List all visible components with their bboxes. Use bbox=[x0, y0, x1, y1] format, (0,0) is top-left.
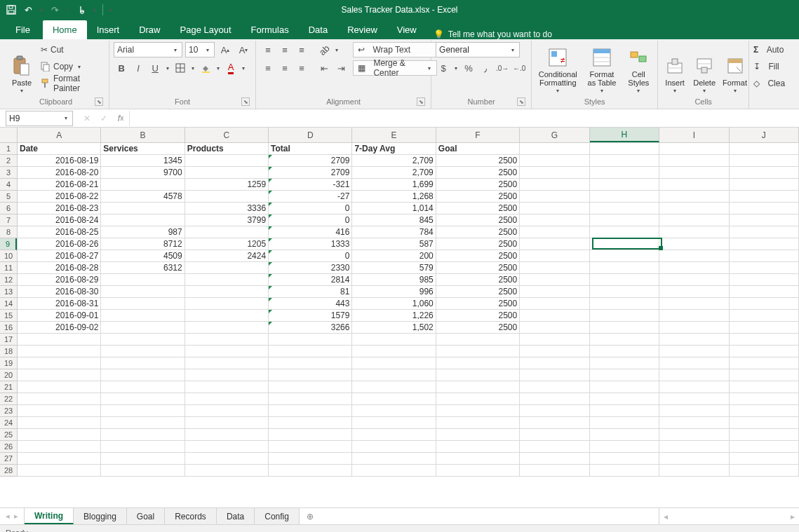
cell-C16[interactable] bbox=[185, 322, 269, 334]
cell-I25[interactable] bbox=[659, 429, 729, 441]
insert-cells-button[interactable]: Insert▾ bbox=[662, 42, 687, 96]
cell-D13[interactable]: 81 bbox=[269, 286, 352, 298]
cell-C14[interactable] bbox=[185, 298, 269, 310]
cell-G3[interactable] bbox=[520, 167, 589, 179]
cell-I6[interactable] bbox=[659, 203, 729, 214]
cell-E19[interactable] bbox=[352, 357, 436, 369]
cell-B19[interactable] bbox=[101, 357, 184, 369]
cell-F25[interactable] bbox=[436, 429, 520, 441]
cell-A4[interactable]: 2016-08-21 bbox=[18, 179, 101, 191]
border-button[interactable] bbox=[173, 60, 188, 76]
cell-B28[interactable] bbox=[101, 465, 184, 477]
cell-F13[interactable]: 2500 bbox=[436, 286, 520, 298]
col-header-B[interactable]: B bbox=[101, 128, 184, 142]
col-header-F[interactable]: F bbox=[436, 128, 520, 142]
comma-icon[interactable]: ٫ bbox=[478, 60, 493, 76]
cell-A11[interactable]: 2016-08-28 bbox=[18, 262, 101, 274]
cut-button[interactable]: ✂ Cut bbox=[41, 42, 105, 57]
cell-G27[interactable] bbox=[520, 453, 589, 465]
cell-A28[interactable] bbox=[18, 465, 101, 477]
cell-J17[interactable] bbox=[730, 334, 799, 346]
cell-C7[interactable]: 3799 bbox=[185, 214, 269, 226]
cell-I2[interactable] bbox=[659, 155, 729, 167]
cell-G16[interactable] bbox=[520, 322, 589, 334]
merge-center-button[interactable]: ▦ Merge & Center ▾ bbox=[353, 60, 437, 76]
cell-B2[interactable]: 1345 bbox=[101, 155, 184, 167]
row-header-24[interactable]: 24 bbox=[0, 417, 17, 429]
delete-cells-button[interactable]: Delete▾ bbox=[692, 42, 717, 96]
cell-H16[interactable] bbox=[590, 322, 659, 334]
align-right-icon[interactable]: ≡ bbox=[294, 60, 309, 76]
cell-D19[interactable] bbox=[269, 357, 352, 369]
increase-decimal-icon[interactable]: .0→ bbox=[495, 60, 510, 76]
row-header-22[interactable]: 22 bbox=[0, 393, 17, 405]
cell-E11[interactable]: 579 bbox=[352, 262, 436, 274]
cell-B6[interactable] bbox=[101, 203, 184, 214]
cell-I5[interactable] bbox=[659, 191, 729, 203]
cell-E5[interactable]: 1,268 bbox=[352, 191, 436, 203]
paste-button[interactable]: Paste ▾ bbox=[7, 42, 36, 96]
cell-H7[interactable] bbox=[590, 214, 659, 226]
cell-G21[interactable] bbox=[520, 381, 589, 393]
cell-J5[interactable] bbox=[730, 191, 799, 203]
align-bottom-icon[interactable]: ≡ bbox=[294, 42, 309, 57]
cell-J21[interactable] bbox=[730, 381, 799, 393]
cell-F3[interactable]: 2500 bbox=[436, 167, 520, 179]
row-header-15[interactable]: 15 bbox=[0, 310, 17, 322]
cell-B20[interactable] bbox=[101, 369, 184, 381]
col-header-H[interactable]: H bbox=[590, 128, 659, 142]
font-size-input[interactable]: 10▾ bbox=[185, 42, 215, 57]
cell-F21[interactable] bbox=[436, 381, 520, 393]
cell-H11[interactable] bbox=[590, 262, 659, 274]
cell-D12[interactable]: 2814 bbox=[269, 274, 352, 286]
cell-H10[interactable] bbox=[590, 250, 659, 262]
cancel-formula-icon[interactable]: ✕ bbox=[79, 111, 95, 126]
cell-C12[interactable] bbox=[185, 274, 269, 286]
select-all-triangle[interactable] bbox=[0, 128, 18, 143]
cell-F5[interactable]: 2500 bbox=[436, 191, 520, 203]
cell-J7[interactable] bbox=[730, 214, 799, 226]
tab-insert[interactable]: Insert bbox=[87, 20, 130, 39]
cell-I28[interactable] bbox=[659, 465, 729, 477]
cell-A20[interactable] bbox=[18, 369, 101, 381]
cell-G25[interactable] bbox=[520, 429, 589, 441]
cell-J25[interactable] bbox=[730, 429, 799, 441]
cell-I15[interactable] bbox=[659, 310, 729, 322]
cell-A24[interactable] bbox=[18, 417, 101, 429]
row-header-21[interactable]: 21 bbox=[0, 381, 17, 393]
cell-H25[interactable] bbox=[590, 429, 659, 441]
clear-button[interactable]: ◇ Clea bbox=[753, 76, 792, 91]
cell-G5[interactable] bbox=[520, 191, 589, 203]
cell-H18[interactable] bbox=[590, 346, 659, 357]
cell-styles-button[interactable]: Cell Styles▾ bbox=[624, 42, 653, 96]
cell-C25[interactable] bbox=[185, 429, 269, 441]
cell-J3[interactable] bbox=[730, 167, 799, 179]
undo-icon[interactable]: ↶ bbox=[21, 3, 35, 17]
col-header-G[interactable]: G bbox=[520, 128, 589, 142]
decrease-decimal-icon[interactable]: ←.0 bbox=[511, 60, 527, 76]
cell-J16[interactable] bbox=[730, 322, 799, 334]
cell-H1[interactable] bbox=[590, 143, 659, 155]
cell-D24[interactable] bbox=[269, 417, 352, 429]
cell-E16[interactable]: 1,502 bbox=[352, 322, 436, 334]
col-header-D[interactable]: D bbox=[269, 128, 352, 142]
row-header-8[interactable]: 8 bbox=[0, 226, 17, 238]
cell-C8[interactable] bbox=[185, 226, 269, 238]
row-header-6[interactable]: 6 bbox=[0, 203, 17, 214]
cell-J26[interactable] bbox=[730, 441, 799, 453]
cell-D28[interactable] bbox=[269, 465, 352, 477]
sheet-tab-writing[interactable]: Writing bbox=[25, 508, 74, 524]
sheet-tab-records[interactable]: Records bbox=[165, 508, 217, 524]
cell-A17[interactable] bbox=[18, 334, 101, 346]
cell-F16[interactable]: 2500 bbox=[436, 322, 520, 334]
cell-E10[interactable]: 200 bbox=[352, 250, 436, 262]
cell-A9[interactable]: 2016-08-26 bbox=[18, 238, 101, 250]
cell-I13[interactable] bbox=[659, 286, 729, 298]
cell-D6[interactable]: 0 bbox=[269, 203, 352, 214]
cell-G14[interactable] bbox=[520, 298, 589, 310]
cell-E1[interactable]: 7-Day Avg bbox=[352, 143, 436, 155]
accept-formula-icon[interactable]: ✓ bbox=[95, 111, 112, 126]
cell-E9[interactable]: 587 bbox=[352, 238, 436, 250]
cell-F17[interactable] bbox=[436, 334, 520, 346]
autosum-button[interactable]: Σ Auto bbox=[753, 42, 792, 57]
